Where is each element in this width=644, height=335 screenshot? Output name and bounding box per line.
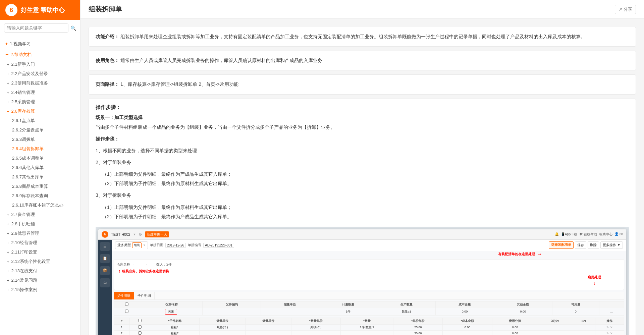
ss-tab-child[interactable]: 子件明细 [134, 292, 155, 299]
path-label: 页面路径： [96, 81, 119, 87]
nav-subsection-2-8-title[interactable]: + 2.8手机旺铺 [0, 219, 80, 229]
ss-td-prod-qty: 数量≥1 [377, 308, 436, 315]
ss-th-parent-code: 父件编码 [203, 301, 261, 308]
search-icon[interactable]: 🔍 [70, 25, 76, 31]
ss-th-other-cost: 其他金额 [494, 301, 552, 308]
ss-body: ☰ 📋 📦 🗂 业务类型 组装 [98, 240, 626, 335]
nav-subsection-2-11: + 2.11打印设置 [0, 247, 80, 257]
ss-child-header-row: # *子件名称 储量单位 储量单价 *数量单位 *数量 *单价年份 [114, 318, 624, 324]
nav-leaf-2-6-9[interactable]: 2.6.9库存账本查询 [0, 191, 80, 201]
ss-child-table-wrap: # *子件名称 储量单位 储量单价 *数量单位 *数量 *单价年份 [114, 318, 624, 335]
ss-th-parent-name: *父件名称 [140, 301, 203, 308]
ss-tab-parent[interactable]: 父件明细 [114, 292, 134, 299]
nav-leaf-2-6-2[interactable]: 2.6.2分量盘点单 [0, 125, 80, 135]
ss-th-unit: 储量单位 [261, 301, 319, 308]
nav-section-video-title[interactable]: + 1.视频学习 [0, 39, 80, 49]
ss-nav-icon-2: 📋 [100, 254, 110, 263]
ss-child-td-mu1: 关联(个) [291, 324, 340, 330]
nav-label-2-14: 2.14常见问题 [11, 277, 37, 283]
nav-label-2-12: 2.12系统个性化设置 [11, 259, 50, 265]
role-label: 使用角色： [96, 58, 119, 63]
ss-parent-table: *父件名称 父件编码 储量单位 计量数量 生产数量 成本金额 其他金额 可用量 [114, 301, 624, 316]
ss-form-row-main: 仓库名称 数人：2件 [117, 262, 621, 267]
intro-label: 功能介绍： [96, 34, 119, 39]
ss-child-td-sn1 [572, 324, 595, 330]
ss-delete-btn: 删除 [588, 241, 599, 249]
nav-label-2-3: 2.3使用前数据准备 [11, 80, 48, 86]
ss-child-th-name: *子件名称 [150, 318, 199, 324]
path-text: 页面路径： 1、库存核算->库存管理->组装拆卸单 2、首页->常用功能 [96, 80, 629, 89]
nav-section-docs-title[interactable]: − 2.帮助文档 [0, 50, 80, 60]
share-button[interactable]: ↗ 分享 [615, 5, 636, 14]
step3-sub2: （2）下部明细为子件明细，最终作为产成品生成其它入库单。 [102, 212, 629, 221]
nav-leaf-2-6-10[interactable]: 2.6.10库存账本错了怎么办 [0, 201, 80, 210]
ss-td-parent-name: 关米 [140, 308, 203, 315]
ss-child-td-act1: ✎ ✕ [595, 324, 624, 330]
ss-child-th-v: 加扣V [538, 318, 572, 324]
nav-subsection-2-6-title[interactable]: − 2.6库存核算 [0, 107, 80, 116]
nav-subsection-2-10-title[interactable]: + 2.10经营管理 [0, 238, 80, 247]
nav-docs-subitems: + 2.1新手入门 + 2.2产品安装及登录 + 2.3使用前数据准备 [0, 60, 80, 294]
ss-child-th-muom: *数量单位 [291, 318, 340, 324]
collapse-2-4-icon: + [7, 90, 9, 95]
nav-label-2-6: 2.6库存核算 [11, 108, 35, 114]
nav-subsection-2-7-title[interactable]: + 2.7资金管理 [0, 210, 80, 219]
nav-subsection-2-4-title[interactable]: + 2.4销售管理 [0, 88, 80, 97]
step3-sub1: （1）上部明细为父件明细，最终作为原材料生成其它出库单； [102, 203, 629, 212]
nav-label-2-7: 2.7资金管理 [11, 212, 35, 218]
ss-child-td-num2: 2 [114, 330, 130, 335]
ss-child-td-u2 [199, 330, 245, 335]
ss-td-parent-code [203, 308, 261, 315]
nav-subsection-2-13: + 2.13在线支付 [0, 266, 80, 276]
nav-leaf-2-6-1[interactable]: 2.6.1盘点单 [0, 116, 80, 125]
nav-leaf-2-6-3[interactable]: 2.6.3调拨单 [0, 135, 80, 144]
nav-subsection-2-14-title[interactable]: + 2.14常见问题 [0, 276, 80, 285]
ss-warehouse-label: 仓库名称 [117, 262, 130, 267]
role-body: 通常由生产人员或库管人员完成拆装业务的操作，库管人员确认原材料的出库和产成品的入… [120, 58, 322, 63]
ss-child-td-u1: 规格(个) [199, 324, 245, 330]
ss-content-toolbar: 业务类型 组装 ▼ 单据日期 2019-12-26 单据编号 AD-201912… [112, 240, 626, 251]
step3-sub: （1）上部明细为父件明细，最终作为原材料生成其它出库单； （2）下部明细为子件明… [102, 203, 629, 221]
nav-leaf-2-6-7[interactable]: 2.6.7其他出库单 [0, 172, 80, 182]
collapse-2-1-icon: + [7, 62, 9, 67]
nav-subsection-2-12-title[interactable]: + 2.12系统个性化设置 [0, 257, 80, 266]
ss-child-td-c2 [443, 330, 492, 335]
nav-leaf-2-6-5[interactable]: 2.6.5成本调整单 [0, 154, 80, 163]
nav-label-2-2: 2.2产品安装及登录 [11, 71, 48, 77]
screenshot-area: 6 TEST-H002 ▼ ⚙ 新建单据一天 🔔 📱App下载 🛠 在线帮助 帮… [96, 227, 629, 335]
ss-child-td-p2 [245, 330, 291, 335]
ss-more-btn: 更多操作 ▼ [600, 241, 623, 249]
role-text: 使用角色： 通常由生产人员或库管人员完成拆装业务的操作，库管人员确认原材料的出库… [96, 56, 629, 65]
nav-subsection-2-1: + 2.1新手入门 [0, 60, 80, 69]
nav-subsection-2-2-title[interactable]: + 2.2产品安装及登录 [0, 69, 80, 78]
nav-subsection-2-15-title[interactable]: + 2.15操作案例 [0, 285, 80, 294]
collapse-2-13-icon: + [7, 269, 9, 274]
nav-subsection-2-9-title[interactable]: + 2.9优惠券管理 [0, 229, 80, 238]
nav-leaf-2-6-6[interactable]: 2.6.6其他入库单 [0, 163, 80, 172]
nav-subsection-2-11-title[interactable]: + 2.11打印设置 [0, 247, 80, 257]
nav-subsection-2-1-title[interactable]: + 2.1新手入门 [0, 60, 80, 69]
table-row: 1 糖粒1 规格(个) 关联(个) 1件*数量/1 25.00 [114, 324, 624, 330]
nav-subsection-2-3-title[interactable]: + 2.3使用前数据准备 [0, 78, 80, 88]
collapse-2-15-icon: + [7, 287, 9, 292]
annotation2-text: 组装业务、拆卸业务在这里切换 [122, 269, 169, 274]
steps-card: 操作步骤： 场景一：加工类型选择 当由多个子件材料组装成一个成品的业务为【组装】… [89, 99, 636, 335]
search-input[interactable] [4, 23, 68, 33]
ss-qty-label: 数人：2件 [156, 262, 172, 267]
nav-leaf-2-6-4[interactable]: 2.6.4组装拆卸单 [0, 144, 80, 154]
nav-leaf-2-6-8[interactable]: 2.6.8商品成本重算 [0, 182, 80, 191]
scenario1-title: 场景一：加工类型选择 [96, 115, 629, 121]
ss-dropdown-arrow: ▼ [143, 244, 146, 247]
ss-th-measure-qty: 计量数量 [319, 301, 377, 308]
nav-subsection-2-14: + 2.14常见问题 [0, 276, 80, 285]
ss-th-cost: 成本金额 [436, 301, 494, 308]
arrow-down-icon: ↓ [593, 280, 596, 286]
annotation2-row: ↑ 组装业务、拆卸业务在这里切换 [118, 268, 621, 274]
nav-subsection-2-5-title[interactable]: + 2.5采购管理 [0, 97, 80, 107]
expand-2-6-icon: − [7, 109, 9, 114]
ss-child-td-num: 1 [114, 324, 130, 330]
arrow-up-icon: ↑ [118, 268, 121, 274]
nav-label-2-13: 2.13在线支付 [11, 268, 37, 274]
nav-subsection-2-13-title[interactable]: + 2.13在线支付 [0, 266, 80, 276]
scenario1-desc: 当由多个子件材料组装成一个成品的业务为【组装】业务，当由一个父件拆分成多个子产品… [96, 123, 629, 132]
